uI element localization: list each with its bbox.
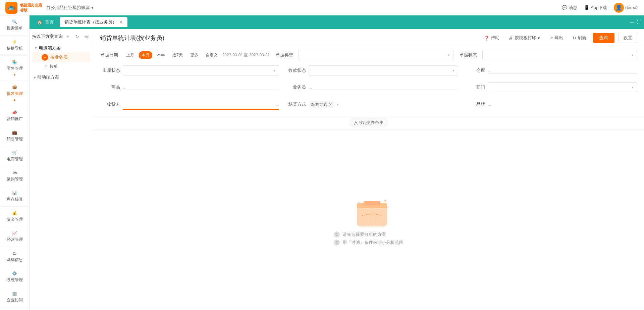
tree-child-bystaff[interactable]: ● 按业务员 xyxy=(32,52,90,62)
panel-refresh-button[interactable]: ↻ xyxy=(73,33,81,40)
receipt-status-select[interactable] xyxy=(309,65,458,75)
staff-cell: 业务员 ... xyxy=(279,80,458,94)
sidebar-item-operation[interactable]: 📈 经营管理 xyxy=(0,227,29,247)
sidebar-item-retail[interactable]: 🏪 零售管理 xyxy=(0,56,29,81)
app-download-button[interactable]: 📱 App下载 xyxy=(584,5,607,11)
sidebar-item-basic[interactable]: 🗂 基础信息 xyxy=(0,247,29,267)
doc-status-label: 单据状态 xyxy=(459,52,477,58)
sidebar-item-enterprise[interactable]: 🏢 企业协同 xyxy=(0,287,29,307)
sidebar-item-ecommerce[interactable]: 🛒 电商管理 xyxy=(0,146,29,166)
retail-chevron-icon xyxy=(14,73,15,76)
sidebar-item-quicknav[interactable]: ⚡ 快捷导航 xyxy=(0,36,29,56)
doc-status-select[interactable] xyxy=(482,50,637,60)
sidebar-item-search[interactable]: 🔍 搜索菜单 xyxy=(0,15,29,36)
filter-area: 单据日期 上月 本月 本年 近7天 更多 自定义 2023-03-01 至 20… xyxy=(93,46,644,116)
export-button[interactable]: ↗ 导出 xyxy=(547,34,566,42)
sidebar-item-sales[interactable]: 💼 销售管理 xyxy=(0,126,29,146)
date-filter: 上月 本月 本年 近7天 更多 自定义 2023-03-01 至 2023-03… xyxy=(123,51,270,59)
warehouse-dots-btn[interactable]: ... xyxy=(488,67,491,72)
sidebar-item-newguide[interactable]: 🎯 新手引导 xyxy=(0,307,29,310)
panel-add-button[interactable]: ＋ xyxy=(64,33,71,40)
collapse-row: ⋀ 收起更多条件 xyxy=(93,116,644,130)
collapse-button[interactable]: ⋀ 收起更多条件 xyxy=(350,118,387,127)
sidebar-item-inventory[interactable]: 📊 库存核算 xyxy=(0,187,29,207)
ecommerce-icon: 🛒 xyxy=(12,150,17,155)
dept-select[interactable] xyxy=(488,82,637,92)
tab-close-icon[interactable]: ✕ xyxy=(119,20,123,24)
avatar: 👤 xyxy=(614,3,624,13)
print-chevron-icon xyxy=(538,36,540,41)
tree-mobile-section[interactable]: ▸ 移动端方案 xyxy=(32,73,90,82)
date-last-month-btn[interactable]: 上月 xyxy=(123,51,137,59)
settlement-chevron-icon[interactable] xyxy=(337,102,339,107)
message-button[interactable]: 💬 消息 xyxy=(562,5,577,11)
user-menu[interactable]: 👤 demo2 xyxy=(614,3,639,13)
tab-home[interactable]: 🏠 首页 xyxy=(32,17,58,27)
tab-bar: 🏠 首页 销货单统计表（按业务员） ✕ — ⛶ xyxy=(30,15,644,29)
staff-input-wrap: ... xyxy=(309,85,458,90)
marketing-icon: 📣 xyxy=(12,110,17,115)
brand-label: 品牌 xyxy=(465,101,485,107)
logo-area: 🐟 畅捷通好生意 标版 xyxy=(5,2,42,14)
dept-chevron-icon xyxy=(632,85,634,90)
panel-actions: ＋ ↻ ≪ xyxy=(64,33,90,40)
tab-sales-stat[interactable]: 销货单统计表（按业务员） ✕ xyxy=(60,17,127,27)
print-button[interactable]: 🖨 按模板打印 xyxy=(506,34,543,42)
basic-icon: 🗂 xyxy=(13,251,17,256)
refresh-button[interactable]: ↻ 刷新 xyxy=(570,34,589,42)
tree-desktop-parent[interactable]: ▼ 电脑端方案 xyxy=(32,44,90,52)
refresh-icon: ↻ xyxy=(573,36,576,41)
out-status-select[interactable] xyxy=(123,65,279,75)
empty-state: 1 请先选择要分析的方案 2 用「过滤」条件来缩小分析范围 xyxy=(93,130,644,310)
sidebar-item-finance[interactable]: 💰 资金管理 xyxy=(0,207,29,227)
brand-dots-btn[interactable]: ... xyxy=(488,102,491,107)
product-dots-btn[interactable]: ... xyxy=(123,85,126,90)
tab-minimize-icon[interactable]: — xyxy=(630,20,634,25)
doc-type-label: 单据类型 xyxy=(275,52,293,58)
dept-label: 部门 xyxy=(465,84,485,90)
tab-maximize-icon[interactable]: ⛶ xyxy=(637,20,641,25)
export-icon: ↗ xyxy=(549,36,553,41)
settlement-cell: 结算方式 结算方式 ✕ xyxy=(279,97,458,112)
message-icon: 💬 xyxy=(562,5,567,10)
receiver-dots-btn[interactable]: ... xyxy=(275,102,279,107)
empty-illustration xyxy=(352,194,392,227)
sidebar-item-system[interactable]: ⚙️ 系统管理 xyxy=(0,267,29,287)
date-this-month-btn[interactable]: 本月 xyxy=(139,51,152,59)
doc-type-chevron-icon xyxy=(448,53,450,57)
receipt-status-chevron-icon xyxy=(452,68,454,73)
filter-row-3: 商品 ... 业务员 ... 部门 xyxy=(100,80,637,94)
wholesale-icon: 📦 xyxy=(12,85,17,90)
query-button[interactable]: 查询 xyxy=(593,33,614,43)
sidebar: 🔍 搜索菜单 ⚡ 快捷导航 🏪 零售管理 📦 批发管理 ▲ 📣 营销推广 💼 销… xyxy=(0,15,30,310)
operation-icon: 📈 xyxy=(12,231,17,236)
step2-num: 2 xyxy=(334,240,340,246)
sidebar-item-marketing[interactable]: 📣 营销推广 xyxy=(0,106,29,126)
logo-icon: 🐟 xyxy=(5,2,17,14)
panel-collapse-button[interactable]: ≪ xyxy=(83,33,90,40)
sub-icon: ⊞ xyxy=(44,64,48,69)
sales-icon: 💼 xyxy=(12,130,17,135)
date-this-year-btn[interactable]: 本年 xyxy=(154,51,168,59)
account-dropdown[interactable]: 办公用品行业模拟账套 xyxy=(46,5,94,11)
settlement-wrap: 结算方式 ✕ xyxy=(309,101,458,108)
help-button[interactable]: ❓ 帮助 xyxy=(481,34,502,42)
receiver-input[interactable] xyxy=(123,99,275,109)
tree-sub-byorder[interactable]: ⊞ 按单 xyxy=(32,62,90,71)
brand-cell: 品牌 ... xyxy=(458,97,637,112)
date-last7-btn[interactable]: 近7天 xyxy=(170,51,185,59)
staff-dots-btn[interactable]: ... xyxy=(309,85,312,90)
brand-input-wrap: ... xyxy=(488,102,637,107)
settlement-tag-close[interactable]: ✕ xyxy=(329,102,332,107)
sidebar-item-wholesale[interactable]: 📦 批发管理 ▲ xyxy=(0,81,29,106)
date-more-btn[interactable]: 更多 xyxy=(187,51,201,59)
doc-type-select[interactable] xyxy=(299,50,453,60)
settings-button[interactable]: 设置 xyxy=(619,33,637,43)
mobile-arrow-icon: ▸ xyxy=(34,75,36,79)
sidebar-item-purchase[interactable]: 🛍 采购管理 xyxy=(0,166,29,187)
page-title: 销货单统计表(按业务员) xyxy=(100,34,164,42)
active-indicator: ● xyxy=(42,54,48,61)
download-icon: 📱 xyxy=(584,5,589,10)
date-custom-btn[interactable]: 自定义 xyxy=(203,51,220,59)
out-status-cell: 出库状态 xyxy=(100,63,279,78)
